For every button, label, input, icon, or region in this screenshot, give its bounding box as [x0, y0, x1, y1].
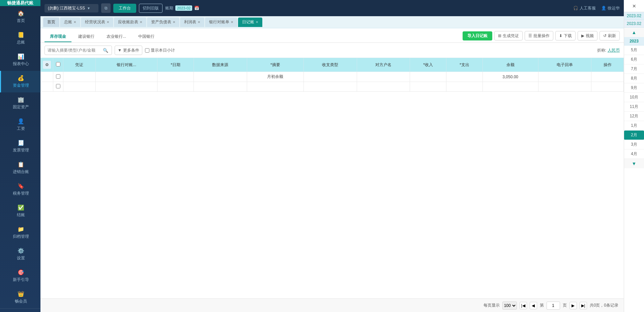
- col-check-header[interactable]: [53, 58, 63, 72]
- sidebar-item-finance[interactable]: 💰 资金管理: [0, 71, 40, 92]
- tab-bank-rec-close[interactable]: ✕: [231, 20, 233, 24]
- tab-receivable[interactable]: 应收账款表 ✕: [114, 18, 146, 27]
- cell-date: [157, 72, 194, 82]
- user-profile-button[interactable]: 👤 徐运华: [601, 5, 620, 11]
- user-service-button[interactable]: 🎧 人工客服: [573, 5, 596, 11]
- tab-ledger-close[interactable]: ✕: [74, 20, 76, 24]
- month-12[interactable]: 12月: [624, 112, 644, 121]
- page-number-input[interactable]: [547, 302, 560, 310]
- month-4[interactable]: 4月: [624, 149, 644, 159]
- sidebar-item-guide[interactable]: 🎯 新手引导: [0, 265, 40, 287]
- month-10[interactable]: 10月: [624, 93, 644, 102]
- period-label: 账期: [165, 5, 173, 11]
- next-page-button[interactable]: ▶: [569, 302, 577, 309]
- prev-page-button[interactable]: ◀: [530, 302, 537, 309]
- search-icon[interactable]: 🔍: [103, 48, 108, 53]
- workbench-button[interactable]: 工作台: [113, 4, 136, 13]
- month-5[interactable]: 5月: [624, 46, 644, 55]
- gen-voucher-button[interactable]: ⊞ 生成凭证: [494, 31, 523, 40]
- sidebar-item-invoice[interactable]: 🧾 发票管理: [0, 136, 40, 157]
- month-2[interactable]: 2月: [624, 131, 644, 140]
- journal-table: ⚙ 凭证 银行对账... *日期 数据来源 *摘要 收支类型 对方户名 *收入: [40, 58, 624, 92]
- month-6[interactable]: 6月: [624, 55, 644, 64]
- cell-check[interactable]: [53, 82, 63, 92]
- bank-tab-abc[interactable]: 农业银行...: [101, 32, 131, 42]
- tab-journal-close[interactable]: ✕: [256, 20, 258, 24]
- table-settings-icon[interactable]: ⚙: [43, 61, 51, 69]
- right-panel-close-button[interactable]: ✕: [624, 0, 644, 12]
- month-7[interactable]: 7月: [624, 64, 644, 74]
- bank-tab-boc[interactable]: 中国银行: [133, 32, 160, 42]
- search-box[interactable]: 🔍: [45, 46, 112, 55]
- sidebar-item-vip[interactable]: 👑 畅会员: [0, 287, 40, 308]
- first-page-button[interactable]: |◀: [520, 302, 527, 309]
- year-up-button[interactable]: ▲: [624, 28, 644, 37]
- tax-icon: 🔖: [18, 183, 24, 189]
- batch-icon: ☰: [528, 33, 532, 38]
- bank-tab-ccb[interactable]: 建设银行: [73, 32, 100, 42]
- more-filters-button[interactable]: ▼ 更多条件: [115, 46, 142, 55]
- batch-ops-button[interactable]: ☰ 批量操作: [525, 31, 553, 40]
- year-2023-label[interactable]: 2023: [624, 37, 644, 46]
- company-selector[interactable]: (勿删) 江西赣宝-LSS ▼: [45, 4, 98, 12]
- video-icon: ▶: [581, 33, 584, 38]
- import-journal-button[interactable]: 导入日记账: [463, 31, 492, 40]
- row-checkbox[interactable]: [56, 84, 60, 88]
- sidebar-item-assets[interactable]: 🏢 固定资产: [0, 92, 40, 114]
- tab-journal[interactable]: 日记账 ✕: [238, 18, 262, 27]
- col-settings-header[interactable]: ⚙: [41, 58, 53, 72]
- username-label: 徐运华: [608, 5, 620, 11]
- cell-summary: [247, 82, 303, 92]
- bank-tab-cash[interactable]: 库存现金: [45, 32, 71, 42]
- tab-bank-rec[interactable]: 银行对账单 ✕: [205, 18, 237, 27]
- top-header: (勿删) 江西赣宝-LSS ▼ ⧉ 工作台 切到旧版 账期 2023-02 📅 …: [40, 0, 624, 16]
- refresh-icon: ↺: [603, 33, 607, 38]
- row-checkbox[interactable]: [56, 74, 60, 79]
- sidebar-item-archive[interactable]: 📁 归档管理: [0, 222, 40, 244]
- month-9[interactable]: 9月: [624, 83, 644, 93]
- cell-check[interactable]: [53, 72, 63, 82]
- tab-profit[interactable]: 利润表 ✕: [180, 18, 204, 27]
- sidebar-item-sales[interactable]: 📋 进销台账: [0, 157, 40, 179]
- year-2023-header-1[interactable]: 2023.02: [624, 12, 644, 20]
- calendar-icon: 📅: [194, 6, 199, 10]
- cell-cashflow: [303, 82, 357, 92]
- currency-value[interactable]: 人民币: [608, 48, 620, 53]
- show-daily-subtotal-checkbox[interactable]: 显示本日小计: [145, 48, 175, 53]
- tab-bizstatus[interactable]: 经营状况表 ✕: [81, 18, 113, 27]
- tab-assets-liab[interactable]: 资产负债表 ✕: [147, 18, 179, 27]
- select-all-checkbox[interactable]: [56, 62, 60, 66]
- sidebar-item-reports[interactable]: 📊 报表中心: [0, 49, 40, 71]
- sidebar-item-payroll[interactable]: 👤 工资: [0, 114, 40, 136]
- copy-button[interactable]: ⧉: [101, 3, 111, 13]
- month-8[interactable]: 8月: [624, 74, 644, 83]
- sidebar-item-ledger[interactable]: 📒 总账: [0, 28, 40, 49]
- tab-profit-close[interactable]: ✕: [198, 20, 200, 24]
- tab-ledger[interactable]: 总账 ✕: [60, 18, 80, 27]
- month-11[interactable]: 11月: [624, 102, 644, 112]
- cell-income: [410, 82, 446, 92]
- sidebar-item-tax[interactable]: 🔖 税务管理: [0, 179, 40, 200]
- sidebar-item-settle[interactable]: ✅ 结账: [0, 200, 40, 222]
- daily-subtotal-check[interactable]: [145, 48, 149, 53]
- sidebar-item-home[interactable]: 🏠 首页: [0, 6, 40, 28]
- download-button[interactable]: ⬇ 下载: [555, 31, 576, 40]
- video-button[interactable]: ▶ 视频: [578, 31, 597, 40]
- tab-bizstatus-close[interactable]: ✕: [107, 20, 109, 24]
- year-2023-header-2[interactable]: 2023.02: [624, 20, 644, 28]
- tab-profit-label: 利润表: [184, 19, 196, 25]
- tab-assets-liab-close[interactable]: ✕: [173, 20, 175, 24]
- last-page-button[interactable]: ▶|: [580, 302, 587, 309]
- per-page-select[interactable]: 20 50 100: [502, 302, 517, 310]
- tab-receivable-close[interactable]: ✕: [140, 20, 142, 24]
- tab-home[interactable]: 首页: [43, 18, 59, 27]
- sidebar-item-sales-label: 进销台账: [13, 169, 29, 175]
- month-1[interactable]: 1月: [624, 121, 644, 131]
- sidebar-item-settings[interactable]: ⚙️ 设置: [0, 244, 40, 265]
- old-version-button[interactable]: 切到旧版: [139, 4, 163, 13]
- year-down-button[interactable]: ▼: [624, 159, 644, 168]
- search-input[interactable]: [48, 48, 101, 53]
- month-3[interactable]: 3月: [624, 140, 644, 149]
- refresh-button[interactable]: ↺ 刷新: [599, 31, 620, 40]
- sidebar-item-settle-label: 结账: [17, 212, 25, 218]
